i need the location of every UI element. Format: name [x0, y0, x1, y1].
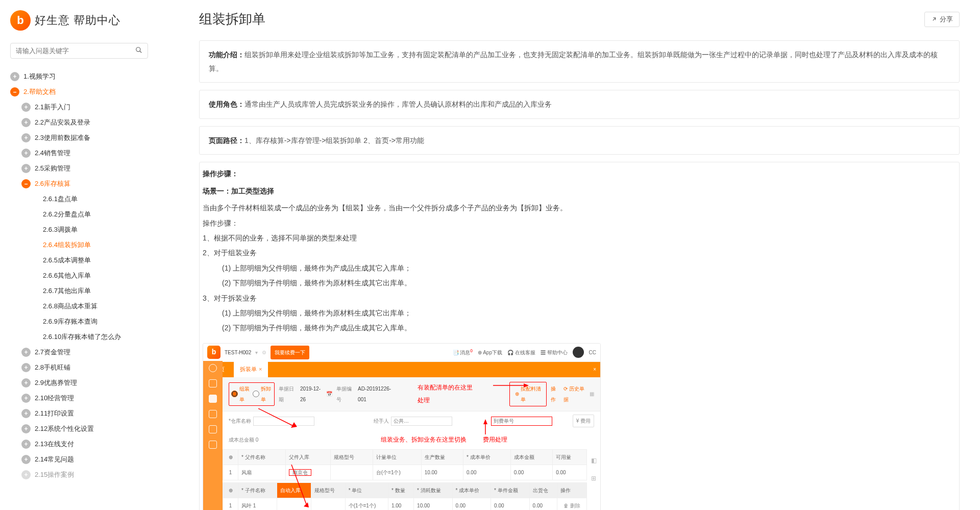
list-icon[interactable] [209, 425, 217, 433]
plus-icon: + [21, 118, 31, 127]
page-title: 组装拆卸单 [199, 10, 265, 28]
op-2b: (2) 下部明细为子件明细，最终作为原材料生成其它出库单。 [203, 276, 956, 290]
tool-icon[interactable]: ◧ [591, 454, 597, 467]
th-amt2: * 单件金额 [491, 483, 530, 498]
op-btn[interactable]: 操作 [551, 383, 559, 405]
svg-line-1 [140, 51, 142, 53]
th-avail: 可用量 [553, 450, 587, 465]
op-2a: (1) 上部明细为父件明细，最终作为产成品生成其它入库单； [203, 261, 956, 276]
nav-2-11[interactable]: +2.11打印设置 [10, 409, 148, 418]
nav-2-9[interactable]: +2.9优惠券管理 [10, 378, 148, 387]
home-icon[interactable] [209, 364, 217, 372]
calendar-icon[interactable]: 📅 [326, 388, 332, 399]
nav-2-3[interactable]: +2.3使用前数据准备 [10, 133, 148, 142]
th-parentname: * 父件名称 [238, 450, 286, 465]
main-content: 组装拆卸单 分享 功能介绍：组装拆卸单用来处理企业组装或拆卸等加工业务，支持有固… [158, 0, 980, 510]
fee-button[interactable]: ¥ 费用 [573, 415, 594, 427]
nav-2-6-5[interactable]: 2.6.5成本调整单 [10, 256, 148, 265]
nav-2-6-9[interactable]: 2.6.9库存账本查询 [10, 317, 148, 326]
fee-input[interactable] [491, 417, 552, 426]
close-icon[interactable]: × [259, 366, 262, 372]
cart-icon[interactable] [209, 395, 217, 403]
person-input[interactable] [391, 417, 452, 426]
role-card: 使用角色：通常由生产人员或库管人员完成拆装业务的操作，库管人员确认原材料的出库和… [199, 90, 960, 119]
table-row[interactable]: 1风叶 1个(1个=1个)1.0010.000.000.000.00🗑 删除 [223, 498, 587, 510]
nav-2-6-6[interactable]: 2.6.6其他入库单 [10, 271, 148, 280]
nav-2-7[interactable]: +2.7资金管理 [10, 348, 148, 357]
plus-icon: + [21, 440, 31, 449]
logo-icon: b [10, 10, 31, 31]
assemble-radio[interactable] [231, 391, 238, 397]
table-row[interactable]: 1 风扇 南京仓 台(个=1个) 10.00 0.00 0.00 0.00 [223, 465, 587, 480]
disassemble-radio[interactable] [253, 391, 259, 397]
embed-renew-button[interactable]: 我要续费一下 [271, 346, 309, 359]
money-icon[interactable] [209, 379, 217, 387]
th-op2: 操作 [557, 483, 587, 498]
nav-2-10[interactable]: +2.10经营管理 [10, 394, 148, 403]
svg-point-0 [136, 47, 140, 52]
nav-2-13[interactable]: +2.13在线支付 [10, 440, 148, 449]
plus-icon: + [21, 394, 31, 403]
nav-2-6-10[interactable]: 2.6.10库存账本错了怎么办 [10, 332, 148, 342]
msg-icon[interactable]: 📑 消息0 [453, 347, 473, 358]
th-qty2: * 数量 [388, 483, 413, 498]
th-plus[interactable]: ⊕ [223, 450, 238, 465]
tab-document[interactable]: 拆装单× [234, 361, 268, 378]
plus-icon: + [21, 424, 31, 433]
tool-icon[interactable]: ⊞ [591, 472, 596, 485]
cost-total-label: 成本总金额 0 [229, 434, 258, 445]
person-label: 经手人 [374, 416, 389, 426]
embed-navbar: 首页 拆装单× × [203, 362, 600, 377]
plus-icon: + [21, 149, 31, 158]
nav-docs[interactable]: –2.帮助文档 [10, 87, 148, 96]
assemble-pill[interactable]: 组装单 拆卸单 [229, 382, 275, 406]
docno-label: 单据编号 [336, 383, 354, 405]
nav-video[interactable]: +1.视频学习 [10, 72, 148, 81]
nav-2-14[interactable]: +2.14常见问题 [10, 455, 148, 464]
box-icon[interactable] [209, 410, 217, 418]
nav-2-2[interactable]: +2.2产品安装及登录 [10, 118, 148, 127]
nav-2-12[interactable]: +2.12系统个性化设置 [10, 424, 148, 433]
nav-2-5[interactable]: +2.5采购管理 [10, 164, 148, 173]
th-prodqty: 生产数量 [421, 450, 463, 465]
folder-icon[interactable] [209, 441, 217, 449]
nav-2-8[interactable]: +2.8手机旺铺 [10, 363, 148, 372]
config-btn[interactable]: ⊕ 按配料清单 [509, 382, 547, 406]
search-box[interactable] [10, 43, 148, 59]
nav-2-6-7[interactable]: 2.6.7其他出库单 [10, 286, 148, 296]
avatar-icon[interactable] [573, 347, 584, 358]
embed-logo-icon: b [207, 346, 220, 359]
nav-2-6-4[interactable]: 2.6.4组装拆卸单 [10, 240, 148, 250]
wh-input[interactable] [253, 417, 314, 426]
print-icon[interactable]: ▦ [590, 388, 594, 399]
nav-2-6-8[interactable]: 2.6.8商品成本重算 [10, 302, 148, 311]
wh-label: *仓库名称 [229, 416, 251, 426]
op-3: 3、对于拆装业务 [203, 291, 956, 306]
share-button[interactable]: 分享 [924, 12, 960, 27]
nav-2-6[interactable]: –2.6库存核算 [10, 179, 148, 188]
nav-2-6-3[interactable]: 2.6.3调拨单 [10, 225, 148, 234]
nav-2-6-2[interactable]: 2.6.2分量盘点单 [10, 210, 148, 219]
th-childname: * 子件名称 [238, 483, 277, 498]
help-link[interactable]: ☰ 帮助中心 [541, 347, 568, 358]
th-plus[interactable]: ⊕ [223, 483, 238, 498]
search-icon[interactable] [135, 46, 142, 55]
embed-toolbar: 组装单 拆卸单 单据日期 2019-12-26 📅 单据编号 AD-201912… [223, 377, 600, 411]
search-input[interactable] [16, 47, 135, 55]
plus-icon: + [21, 103, 31, 112]
nav-2-15[interactable]: +2.15操作案例 [10, 470, 148, 479]
th-unit2: * 单位 [345, 483, 388, 498]
nav-2-6-1[interactable]: 2.6.1盘点单 [10, 195, 148, 204]
th-price2: * 成本单价 [452, 483, 491, 498]
child-table: ⊕ * 子件名称 自动入库 规格型号 * 单位 * 数量 * 消耗数量 * 成本… [223, 482, 587, 510]
th-parentwh: 父件入库 [285, 450, 331, 465]
history-btn[interactable]: ⟳ 历史单据 [564, 383, 585, 405]
nav-2-4[interactable]: +2.4销售管理 [10, 149, 148, 158]
close-all-icon[interactable]: × [593, 364, 596, 375]
delete-icon[interactable]: 🗑 删除 [557, 498, 587, 510]
minus-icon: – [21, 179, 31, 188]
app-link[interactable]: ⊕ App下载 [478, 347, 502, 358]
nav-2-1[interactable]: +2.1新手入门 [10, 103, 148, 112]
service-link[interactable]: 🎧 在线客服 [507, 347, 535, 358]
anno-fee: 费用处理 [483, 433, 507, 446]
